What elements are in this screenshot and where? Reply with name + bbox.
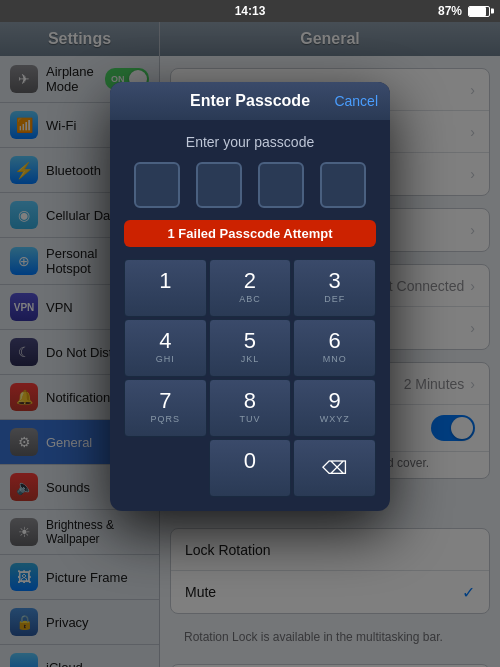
modal-header: Enter Passcode Cancel bbox=[110, 82, 390, 120]
passcode-dot-4 bbox=[320, 162, 366, 208]
passcode-dot-1 bbox=[134, 162, 180, 208]
numpad-7-sub: PQRS bbox=[131, 414, 200, 426]
modal-title: Enter Passcode bbox=[190, 92, 310, 110]
numpad-1[interactable]: 1 bbox=[124, 259, 207, 317]
numpad-4-sub: GHI bbox=[131, 354, 200, 366]
numpad-empty bbox=[124, 439, 207, 497]
numpad-0-main: 0 bbox=[216, 450, 285, 472]
passcode-modal: Enter Passcode Cancel Enter your passcod… bbox=[110, 82, 390, 511]
numpad-9[interactable]: 9 WXYZ bbox=[293, 379, 376, 437]
modal-body: Enter your passcode 1 Failed Passcode At… bbox=[110, 120, 390, 511]
modal-overlay: Enter Passcode Cancel Enter your passcod… bbox=[0, 22, 500, 667]
battery-fill bbox=[469, 7, 486, 16]
numpad-2-sub: ABC bbox=[216, 294, 285, 306]
status-time: 14:13 bbox=[235, 4, 266, 18]
numpad-5-sub: JKL bbox=[216, 354, 285, 366]
numpad-3[interactable]: 3 DEF bbox=[293, 259, 376, 317]
status-right: 87% bbox=[438, 4, 490, 18]
modal-prompt: Enter your passcode bbox=[124, 134, 376, 150]
numpad-0[interactable]: 0 bbox=[209, 439, 292, 497]
numpad-7-main: 7 bbox=[131, 390, 200, 412]
numpad-5-main: 5 bbox=[216, 330, 285, 352]
numpad-1-sub bbox=[131, 294, 200, 306]
numpad-zero-row: 0 ⌫ bbox=[124, 439, 376, 497]
modal-cancel-button[interactable]: Cancel bbox=[334, 93, 378, 109]
numpad-8[interactable]: 8 TUV bbox=[209, 379, 292, 437]
battery-icon bbox=[468, 6, 490, 17]
delete-icon: ⌫ bbox=[322, 457, 347, 479]
numpad-1-main: 1 bbox=[131, 270, 200, 292]
error-badge: 1 Failed Passcode Attempt bbox=[124, 220, 376, 247]
status-bar: 14:13 87% bbox=[0, 0, 500, 22]
battery-percentage: 87% bbox=[438, 4, 462, 18]
numpad: 1 2 ABC 3 DEF 4 GHI 5 JKL bbox=[124, 259, 376, 437]
numpad-9-main: 9 bbox=[300, 390, 369, 412]
numpad-4-main: 4 bbox=[131, 330, 200, 352]
numpad-4[interactable]: 4 GHI bbox=[124, 319, 207, 377]
numpad-delete[interactable]: ⌫ bbox=[293, 439, 376, 497]
passcode-dot-3 bbox=[258, 162, 304, 208]
numpad-5[interactable]: 5 JKL bbox=[209, 319, 292, 377]
numpad-3-sub: DEF bbox=[300, 294, 369, 306]
passcode-dots bbox=[124, 162, 376, 208]
numpad-9-sub: WXYZ bbox=[300, 414, 369, 426]
numpad-6[interactable]: 6 MNO bbox=[293, 319, 376, 377]
numpad-7[interactable]: 7 PQRS bbox=[124, 379, 207, 437]
numpad-8-main: 8 bbox=[216, 390, 285, 412]
numpad-2[interactable]: 2 ABC bbox=[209, 259, 292, 317]
numpad-0-sub bbox=[216, 474, 285, 486]
passcode-dot-2 bbox=[196, 162, 242, 208]
numpad-8-sub: TUV bbox=[216, 414, 285, 426]
numpad-3-main: 3 bbox=[300, 270, 369, 292]
numpad-6-sub: MNO bbox=[300, 354, 369, 366]
numpad-6-main: 6 bbox=[300, 330, 369, 352]
numpad-2-main: 2 bbox=[216, 270, 285, 292]
